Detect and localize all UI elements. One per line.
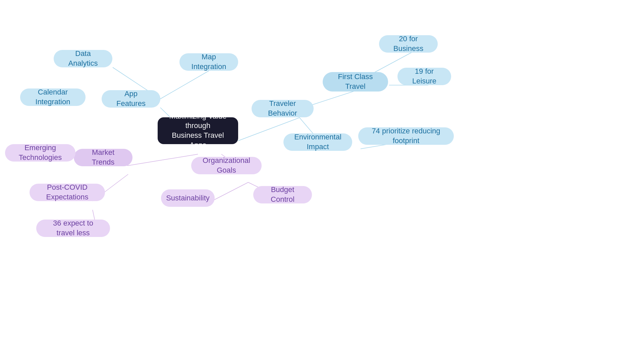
- sustainability-label: Sustainability: [166, 193, 210, 203]
- travel-less-node: 36 expect to travel less: [36, 220, 110, 237]
- for-business-label: 20 for Business: [388, 34, 428, 53]
- app-features-label: App Features: [111, 89, 151, 108]
- budget-control-node: Budget Control: [253, 186, 312, 203]
- travel-less-label: 36 expect to travel less: [46, 219, 101, 238]
- emerging-tech-label: Emerging Technologies: [14, 143, 66, 162]
- sustainability-node: Sustainability: [161, 189, 215, 207]
- post-covid-node: Post-COVID Expectations: [30, 184, 105, 201]
- center-label: Maximizing Value through Business Travel…: [166, 112, 230, 150]
- center-node: Maximizing Value through Business Travel…: [158, 117, 238, 144]
- org-goals-label: Organizational Goals: [201, 156, 252, 175]
- reducing-footprint-node: 74 prioritize reducing footprint: [358, 127, 454, 145]
- first-class-travel-node: First Class Travel: [323, 72, 388, 92]
- for-business-node: 20 for Business: [379, 35, 438, 53]
- svg-line-2: [160, 71, 209, 99]
- for-leisure-label: 19 for Leisure: [407, 67, 442, 86]
- market-trends-label: Market Trends: [83, 148, 123, 167]
- svg-line-4: [128, 154, 198, 166]
- app-features-node: App Features: [102, 90, 160, 108]
- data-analytics-label: Data Analytics: [63, 49, 103, 68]
- calendar-integration-node: Calendar Integration: [20, 88, 86, 106]
- for-leisure-node: 19 for Leisure: [397, 68, 451, 85]
- env-impact-node: Environmental Impact: [283, 133, 352, 151]
- map-integration-label: Map Integration: [189, 52, 229, 71]
- org-goals-node: Organizational Goals: [191, 157, 262, 174]
- post-covid-label: Post-COVID Expectations: [39, 183, 96, 202]
- reducing-footprint-label: 74 prioritize reducing footprint: [368, 126, 444, 145]
- traveler-behavior-label: Traveler Behavior: [261, 99, 304, 118]
- traveler-behavior-node: Traveler Behavior: [252, 100, 314, 117]
- market-trends-node: Market Trends: [74, 149, 132, 166]
- first-class-travel-label: First Class Travel: [332, 72, 379, 91]
- map-integration-node: Map Integration: [179, 53, 238, 71]
- data-analytics-node: Data Analytics: [54, 50, 112, 67]
- budget-control-label: Budget Control: [263, 185, 303, 204]
- emerging-tech-node: Emerging Technologies: [5, 144, 75, 162]
- env-impact-label: Environmental Impact: [293, 132, 343, 152]
- calendar-integration-label: Calendar Integration: [30, 87, 76, 107]
